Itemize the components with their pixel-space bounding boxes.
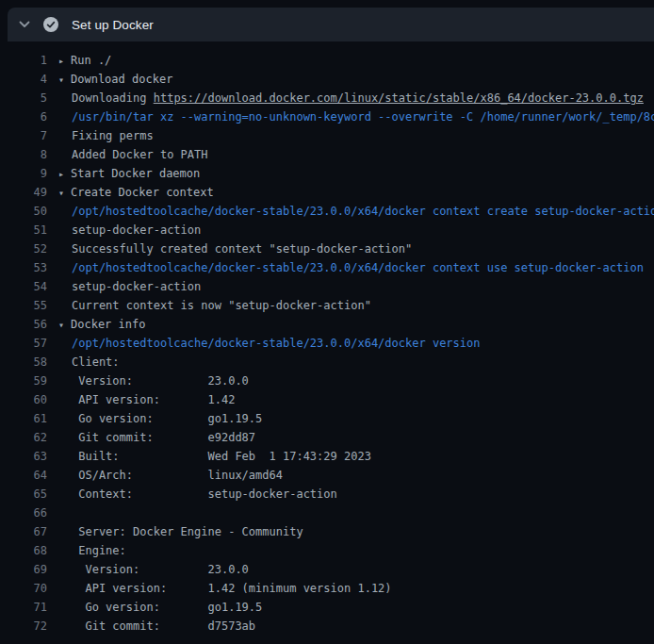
log-command-text: /opt/hostedtoolcache/docker-stable/23.0.… [47, 258, 644, 277]
check-circle-icon [43, 17, 58, 32]
log-group-title: Docker info [71, 318, 145, 331]
line-number-link[interactable]: 50 [0, 202, 47, 221]
step-title: Set up Docker [72, 18, 154, 32]
line-number-link[interactable]: 5 [0, 89, 47, 107]
log-output-text: Version: 23.0.0 [47, 560, 249, 579]
chevron-down-icon[interactable] [19, 21, 30, 28]
line-number-link[interactable]: 6 [0, 107, 47, 126]
log-output-text: Downloading https://download.docker.com/… [47, 89, 644, 107]
line-number-link[interactable]: 9 [0, 164, 47, 183]
log-output-text: Successfully created context "setup-dock… [47, 239, 412, 258]
log-group-header[interactable]: ▾Create Docker context [47, 183, 214, 202]
log-command-text: /usr/bin/tar xz --warning=no-unknown-key… [47, 107, 654, 126]
triangle-collapsed-icon[interactable]: ▸ [58, 165, 71, 183]
line-number-link[interactable]: 70 [0, 579, 47, 598]
triangle-expanded-icon[interactable]: ▾ [58, 184, 71, 202]
line-number-link[interactable]: 58 [0, 353, 47, 372]
log-group-title: Run ./ [71, 54, 111, 67]
line-number-link[interactable]: 57 [0, 334, 47, 353]
log-line: 62 Git commit: e92dd87 [0, 428, 654, 447]
line-number-link[interactable]: 62 [0, 428, 47, 447]
log-output-text: API version: 1.42 [47, 390, 235, 409]
line-number-link[interactable]: 63 [0, 447, 47, 466]
log-group-header[interactable]: ▾Download docker [47, 70, 172, 89]
line-number-link[interactable]: 55 [0, 296, 47, 315]
log-output-text: API version: 1.42 (minimum version 1.12) [47, 579, 392, 598]
log-command-text: /opt/hostedtoolcache/docker-stable/23.0.… [47, 202, 654, 221]
line-number-link[interactable]: 4 [0, 70, 47, 89]
line-number-link[interactable]: 68 [0, 541, 47, 560]
log-line: 9▸Start Docker daemon [0, 164, 654, 183]
log-line: 8Added Docker to PATH [0, 145, 654, 164]
line-number-link[interactable]: 7 [0, 126, 47, 145]
step-header[interactable]: Set up Docker [8, 8, 654, 41]
log-group-header[interactable]: ▸Start Docker daemon [47, 164, 200, 183]
log-line: 71 Go version: go1.19.5 [0, 598, 654, 617]
log-line: 50/opt/hostedtoolcache/docker-stable/23.… [0, 202, 654, 221]
log-output-text: Engine: [47, 541, 126, 560]
log-line: 1▸Run ./ [0, 51, 654, 70]
triangle-expanded-icon[interactable]: ▾ [58, 316, 71, 334]
log-line: 51setup-docker-action [0, 221, 654, 239]
log-line: 52Successfully created context "setup-do… [0, 239, 654, 258]
log-line: 65 Context: setup-docker-action [0, 485, 654, 504]
log-line: 7Fixing perms [0, 126, 654, 145]
line-number-link[interactable]: 72 [0, 617, 47, 636]
log-line: 4▾Download docker [0, 70, 654, 89]
log-output-text: Version: 23.0.0 [47, 372, 249, 390]
log-line: 63 Built: Wed Feb 1 17:43:29 2023 [0, 447, 654, 466]
log-line: 57/opt/hostedtoolcache/docker-stable/23.… [0, 334, 654, 353]
line-number-link[interactable]: 67 [0, 522, 47, 541]
log-line: 54setup-docker-action [0, 277, 654, 296]
log-url-link[interactable]: https://download.docker.com/linux/static… [154, 91, 644, 105]
log-output-text: Current context is now "setup-docker-act… [47, 296, 371, 315]
line-number-link[interactable]: 53 [0, 258, 47, 277]
line-number-link[interactable]: 51 [0, 221, 47, 239]
line-number-link[interactable]: 52 [0, 239, 47, 258]
log-output-text: OS/Arch: linux/amd64 [47, 466, 283, 485]
log-group-title: Download docker [71, 73, 172, 86]
log-command-text: /opt/hostedtoolcache/docker-stable/23.0.… [47, 334, 480, 353]
log-line: 5Downloading https://download.docker.com… [0, 89, 654, 107]
log-line: 66 [0, 504, 654, 522]
log-output-text: Context: setup-docker-action [47, 485, 337, 504]
log-output-text: Go version: go1.19.5 [47, 409, 262, 428]
log-output-text: Go version: go1.19.5 [47, 598, 262, 617]
log-line: 72 Git commit: d7573ab [0, 617, 654, 636]
log-output-text: Client: [47, 353, 120, 372]
line-number-link[interactable]: 60 [0, 390, 47, 409]
line-number-link[interactable]: 8 [0, 145, 47, 164]
log-line: 6/usr/bin/tar xz --warning=no-unknown-ke… [0, 107, 654, 126]
line-number-link[interactable]: 49 [0, 183, 47, 202]
line-number-link[interactable]: 59 [0, 372, 47, 390]
log-line: 61 Go version: go1.19.5 [0, 409, 654, 428]
log-output-text: Built: Wed Feb 1 17:43:29 2023 [47, 447, 371, 466]
log-output-text: Git commit: d7573ab [47, 617, 255, 636]
triangle-expanded-icon[interactable]: ▾ [58, 71, 71, 89]
line-number-link[interactable]: 54 [0, 277, 47, 296]
line-number-link[interactable]: 71 [0, 598, 47, 617]
line-number-link[interactable]: 66 [0, 504, 47, 522]
actions-log-viewer: Set up Docker 1▸Run ./4▾Download docker5… [0, 0, 654, 644]
log-line: 64 OS/Arch: linux/amd64 [0, 466, 654, 485]
line-number-link[interactable]: 69 [0, 560, 47, 579]
log-output-text: Added Docker to PATH [47, 145, 208, 164]
log-line: 69 Version: 23.0.0 [0, 560, 654, 579]
log-line: 55Current context is now "setup-docker-a… [0, 296, 654, 315]
triangle-collapsed-icon[interactable]: ▸ [58, 52, 71, 70]
line-number-link[interactable]: 1 [0, 51, 47, 70]
log-group-title: Start Docker daemon [71, 167, 200, 180]
line-number-link[interactable]: 65 [0, 485, 47, 504]
log-line: 59 Version: 23.0.0 [0, 372, 654, 390]
log-output-text: setup-docker-action [47, 277, 201, 296]
line-number-link[interactable]: 64 [0, 466, 47, 485]
line-number-link[interactable]: 56 [0, 315, 47, 334]
log-line: 58Client: [0, 353, 654, 372]
log-line: 67 Server: Docker Engine - Community [0, 522, 654, 541]
line-number-link[interactable]: 61 [0, 409, 47, 428]
log-output-text [47, 504, 72, 522]
log-text-segment: Downloading [72, 91, 154, 105]
log-group-header[interactable]: ▾Docker info [47, 315, 145, 334]
log-group-header[interactable]: ▸Run ./ [47, 51, 111, 70]
log-line: 49▾Create Docker context [0, 183, 654, 202]
